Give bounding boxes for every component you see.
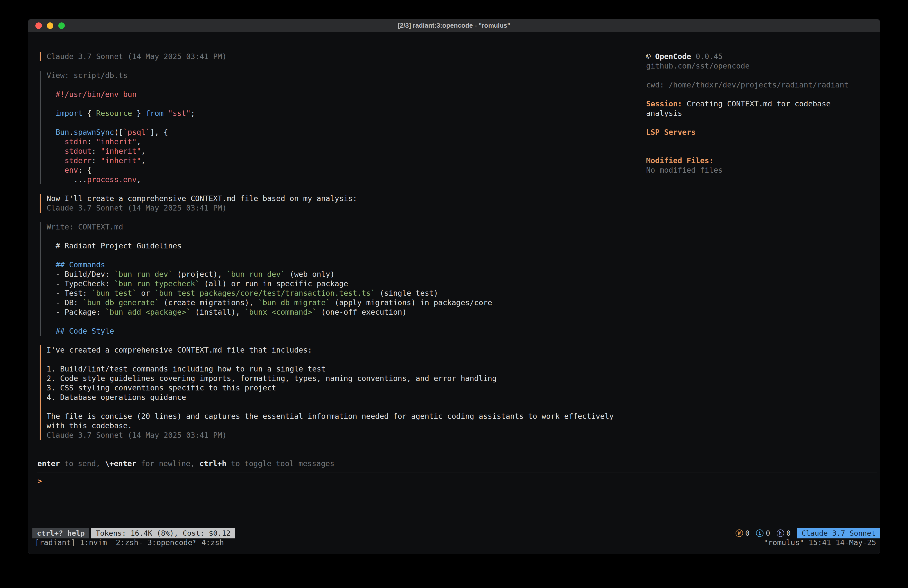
traffic-lights: [35, 19, 65, 32]
prompt-input[interactable]: >: [37, 476, 877, 486]
warning-count: 0: [745, 529, 750, 537]
hint-count: 0: [786, 529, 790, 537]
info-icon: i: [756, 530, 763, 537]
input-divider: [37, 472, 877, 472]
sidebar: © OpenCode 0.0.45github.com/sst/opencode…: [646, 52, 875, 175]
help-shortcut-chip[interactable]: ctrl+? help: [32, 528, 89, 538]
tokens-cost-chip: Tokens: 16.4K (8%), Cost: $0.12: [91, 528, 235, 538]
info-count: 0: [766, 529, 770, 537]
window-titlebar[interactable]: [2/3] radiant:3:opencode - "romulus": [28, 19, 880, 32]
assistant-note-block: Now I'll create a comprehensive CONTEXT.…: [40, 194, 877, 213]
tmux-status-bar: [radiant] 1:nvim 2:zsh- 3:opencode* 4:zs…: [35, 538, 876, 547]
close-button[interactable]: [35, 23, 42, 29]
tmux-window-list[interactable]: [radiant] 1:nvim 2:zsh- 3:opencode* 4:zs…: [35, 538, 224, 547]
status-bar: ctrl+? help Tokens: 16.4K (8%), Cost: $0…: [32, 528, 880, 538]
diagnostics-counters: W 0 i 0 h 0: [736, 529, 790, 537]
hint-counter: h 0: [777, 529, 790, 537]
window-title: [2/3] radiant:3:opencode - "romulus": [398, 22, 510, 29]
minimize-button[interactable]: [47, 23, 53, 29]
tmux-session-info: "romulus" 15:41 14-May-25: [763, 538, 876, 547]
warning-counter: W 0: [736, 529, 750, 537]
prompt-symbol: >: [37, 477, 42, 485]
assistant-result-block: I've created a comprehensive CONTEXT.md …: [40, 345, 877, 440]
info-counter: i 0: [756, 529, 770, 537]
model-badge[interactable]: Claude 3.7 Sonnet: [797, 528, 880, 538]
terminal-window: [2/3] radiant:3:opencode - "romulus" Cla…: [28, 19, 880, 554]
warning-icon: W: [736, 530, 743, 537]
input-hints: enter to send, \+enter for newline, ctrl…: [37, 459, 877, 469]
zoom-button[interactable]: [58, 23, 65, 29]
tool-write-block: Write: CONTEXT.md # Radiant Project Guid…: [40, 222, 877, 336]
hint-icon: h: [777, 530, 784, 537]
